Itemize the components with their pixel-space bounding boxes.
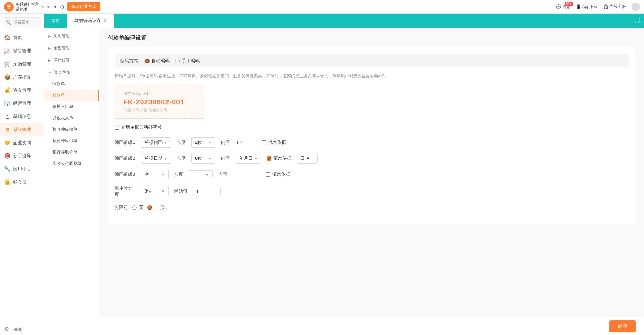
sidebar-item-finance[interactable]: 💰 资金管理: [0, 84, 44, 97]
prefix3-select[interactable]: 空 ▼: [141, 169, 169, 179]
separator-label: 分隔符: [115, 204, 128, 211]
chevron-down-icon: ▼: [208, 141, 212, 145]
chevron-down-icon: ▼: [208, 157, 212, 160]
sidebar-search[interactable]: 🔍 搜索菜单: [0, 14, 44, 31]
member-icon: 👑: [4, 179, 10, 185]
sidebar-item-enterprise[interactable]: 🤝 企业协同: [0, 136, 44, 149]
sub-sidebar-item-receipt[interactable]: 收款单: [44, 78, 99, 90]
serial-length-select[interactable]: 3位 ▼: [141, 186, 169, 196]
sub-sidebar-group-inventory: ▶ 库存核算: [44, 55, 99, 66]
sidebar-bottom: ⚙ ◀◀: [0, 323, 44, 335]
save-button[interactable]: 保存: [609, 320, 636, 332]
sub-sidebar-item-payment[interactable]: 付款单: [44, 90, 99, 101]
app-download-button[interactable]: 📱 App下载: [576, 4, 598, 10]
serial-length-label: 流水号长度: [115, 185, 135, 197]
tab-home[interactable]: 首页: [44, 14, 67, 28]
auto-encode-radio[interactable]: 自动编码: [145, 58, 170, 64]
avatar[interactable]: [632, 3, 640, 11]
sidebar-item-inventory[interactable]: 📦 库存核算: [0, 71, 44, 84]
sub-sidebar-item-prepay-offset[interactable]: 预收冲应收单: [44, 124, 99, 135]
top-bar: 畅 畅通道好生意 插件版 Nare ▼ ⚙ 体验行业方案 💬 消息 99+ 📱 …: [0, 0, 644, 14]
auto-fill-checkbox[interactable]: [115, 125, 119, 130]
collapse-icon[interactable]: ◀◀: [13, 326, 21, 332]
prefix2-serial-checkbox[interactable]: 流水依据: [267, 155, 291, 161]
settings-icon[interactable]: ⚙: [60, 4, 65, 10]
sub-sidebar-group-capital: ▼ 资金往来 收款单 付款单 费用支出单 其他收入单: [44, 67, 99, 169]
prefix1-serial-input[interactable]: [262, 140, 266, 145]
prefix3-length-select[interactable]: ▼: [189, 170, 213, 178]
settings-bottom-icon[interactable]: ⚙: [4, 326, 9, 332]
tab-close-icon[interactable]: ✕: [104, 18, 107, 23]
sidebar-item-sales[interactable]: 📈 销售管理: [0, 44, 44, 57]
prefix2-content-select[interactable]: 年月日 ▼: [236, 153, 261, 164]
prefix1-serial-checkbox[interactable]: 流水依据: [262, 139, 286, 146]
encoding-method-row: 编码方式 自动编码 手工编码: [115, 54, 629, 67]
sub-group-capital-title[interactable]: ▼ 资金往来: [44, 67, 99, 78]
prefix3-serial-checkbox[interactable]: 流水依据: [266, 171, 290, 177]
sub-sidebar-item-expense[interactable]: 费用支出单: [44, 101, 99, 112]
chevron-down-icon: ▼: [205, 173, 209, 176]
code-preview-label: 当前编码示例：: [123, 91, 196, 97]
tab-bar-right: — ⛶: [626, 18, 644, 24]
start-value-input[interactable]: [193, 187, 221, 196]
breadcrumb: Nare: [41, 4, 50, 9]
sub-sidebar-item-other-income[interactable]: 其他收入单: [44, 112, 99, 124]
main-wrapper: 首页 单据编码设置 ✕ — ⛶ ▶ 采购管理: [44, 14, 644, 335]
sidebar-item-apps[interactable]: 🔧 应用中心: [0, 162, 44, 176]
prefix2-row: 编码前缀2 单据日期 ▼ 长度 8位 ▼ 内容 年月日: [115, 153, 629, 164]
tab-maximize-icon[interactable]: ⛶: [634, 18, 640, 24]
sub-sidebar-item-bank[interactable]: 银行存取款单: [44, 147, 99, 158]
layout: 🔍 搜索菜单 🏠 首页 📈 销售管理 🛒 采购管理 📦 库存核算 💰: [0, 14, 644, 335]
serial-length-row: 流水号长度 3位 ▼ 起始值: [115, 185, 629, 197]
sales-icon: 📈: [4, 48, 10, 54]
sub-sidebar-item-advance-offset[interactable]: 预付冲应付单: [44, 135, 99, 147]
sidebar-item-purchase[interactable]: 🛒 采购管理: [0, 57, 44, 71]
separator-none-radio[interactable]: 无: [132, 204, 143, 211]
sub-sidebar-group-sales: ▶ 销售管理: [44, 43, 99, 54]
code-preview: 当前编码示例： FK-20230602-001 单据代码-单据日期-流水号: [115, 85, 204, 119]
sidebar-item-basic[interactable]: 🗂 基础信息: [0, 110, 44, 123]
code-preview-sub: 单据代码-单据日期-流水号: [123, 108, 196, 113]
chevron-down-icon: ▼: [164, 141, 167, 145]
prefix2-serial-input[interactable]: [267, 156, 271, 161]
auto-encode-input[interactable]: [145, 59, 150, 63]
sub-group-sales-title[interactable]: ▶ 销售管理: [44, 43, 99, 54]
prefix1-length-label: 长度: [177, 139, 186, 146]
prefix2-granularity-select[interactable]: 日 ▼: [297, 153, 318, 164]
manual-encode-input[interactable]: [175, 59, 180, 63]
separator-none-input[interactable]: [132, 205, 137, 210]
sidebar-item-guide[interactable]: 🎯 新手引导: [0, 149, 44, 162]
trial-button[interactable]: 体验行业方案: [67, 2, 100, 11]
message-button[interactable]: 💬 消息 99+: [556, 4, 570, 10]
chevron-down-icon: ▼: [254, 157, 258, 160]
prefix1-select[interactable]: 单据代码 ▼: [141, 137, 171, 148]
tab-bar: 首页 单据编码设置 ✕ — ⛶: [44, 14, 644, 28]
prefix1-length-select[interactable]: 2位 ▼: [191, 137, 215, 148]
online-service-button[interactable]: 🎧 在线客服: [603, 4, 626, 10]
manual-encode-radio[interactable]: 手工编码: [175, 58, 200, 64]
sidebar-item-operations[interactable]: 📊 经营管理: [0, 97, 44, 110]
separator-dash-radio[interactable]: -: [147, 205, 155, 210]
prefix1-content-label: 内容: [221, 139, 230, 146]
encoding-method-label: 编码方式: [120, 58, 138, 64]
prefix3-serial-input[interactable]: [266, 172, 270, 177]
sub-group-inventory-title[interactable]: ▶ 库存核算: [44, 55, 99, 66]
prefix1-content-value: FK: [236, 140, 256, 145]
prefix2-select[interactable]: 单据日期 ▼: [141, 153, 171, 164]
prefix2-length-select[interactable]: 8位 ▼: [191, 153, 215, 164]
chevron-down-icon: ▼: [161, 173, 165, 176]
sub-sidebar: ▶ 采购管理 ▶ 销售管理 ▶ 库存核算: [44, 28, 99, 317]
sub-group-purchase-title[interactable]: ▶ 采购管理: [44, 30, 99, 42]
sidebar-item-system[interactable]: ⚙ 系统管理: [0, 123, 44, 136]
sidebar-item-home[interactable]: 🏠 首页: [0, 31, 44, 44]
separator-dot-radio[interactable]: .: [160, 205, 167, 210]
bottom-bar: 保存: [44, 317, 644, 335]
sidebar-item-member[interactable]: 👑 畅会员: [0, 176, 44, 189]
search-button[interactable]: 🔍 搜索菜单: [3, 17, 41, 27]
separator-dot-input[interactable]: [160, 205, 164, 210]
breadcrumb-dropdown[interactable]: ▼: [53, 4, 57, 9]
separator-dash-input[interactable]: [147, 205, 152, 210]
tab-minimize-icon[interactable]: —: [626, 18, 632, 24]
tab-encoding-settings[interactable]: 单据编码设置 ✕: [67, 14, 114, 28]
sub-sidebar-item-adjust[interactable]: 应收应付调整单: [44, 158, 99, 169]
